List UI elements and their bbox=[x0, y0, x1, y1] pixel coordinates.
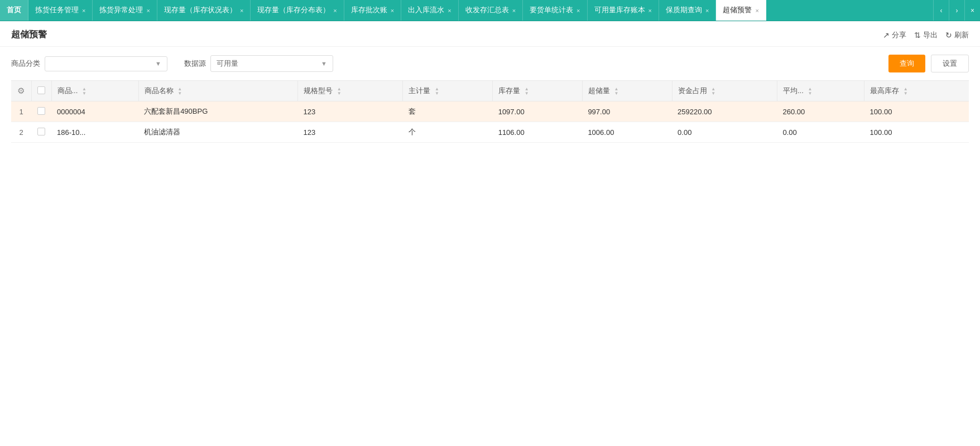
page-content: 超储预警 ↗ 分享 ⇅ 导出 ↻ 刷新 商品分类 ▼ 数据源 bbox=[0, 21, 980, 446]
data-source-value: 可用量 bbox=[217, 59, 238, 69]
sort-icon-inventory: ▲▼ bbox=[525, 87, 529, 96]
product-category-label: 商品分类 bbox=[11, 59, 40, 69]
data-source-select[interactable]: 可用量 ▼ bbox=[210, 55, 333, 72]
data-table: ⚙ 商品... ▲▼ 商品名称 ▲▼ 规格型号 ▲▼ bbox=[11, 80, 969, 143]
row-spec-0: 123 bbox=[298, 101, 403, 122]
col-header-product-code[interactable]: 商品... ▲▼ bbox=[51, 81, 138, 101]
settings-button[interactable]: 设置 bbox=[931, 55, 969, 72]
gear-icon[interactable]: ⚙ bbox=[17, 86, 25, 95]
sort-icon-capital: ▲▼ bbox=[711, 87, 715, 96]
refresh-label: 刷新 bbox=[954, 30, 969, 40]
nav-tab-exception-close[interactable]: × bbox=[146, 7, 150, 14]
nav-tab-inout-flow-label: 出入库流水 bbox=[408, 6, 444, 15]
nav-tab-shelf-life[interactable]: 保质期查询 × bbox=[659, 0, 716, 21]
nav-tab-inventory-dist-label: 现存量（库存分布表） bbox=[257, 6, 330, 15]
nav-tab-exception[interactable]: 拣货异常处理 × bbox=[93, 0, 157, 21]
row-num-0: 1 bbox=[11, 101, 31, 122]
nav-arrow-close[interactable]: × bbox=[964, 0, 980, 21]
row-checkbox-0[interactable] bbox=[31, 101, 51, 122]
sort-icon-product-code: ▲▼ bbox=[82, 87, 87, 96]
nav-tab-inventory-status-close[interactable]: × bbox=[240, 7, 243, 14]
data-source-chevron-icon: ▼ bbox=[321, 60, 327, 67]
sort-icon-unit: ▲▼ bbox=[435, 87, 439, 96]
row-average-0: 260.00 bbox=[777, 101, 864, 122]
sort-icon-average: ▲▼ bbox=[808, 87, 812, 96]
select-all-checkbox[interactable] bbox=[37, 86, 45, 94]
nav-tab-shelf-life-close[interactable]: × bbox=[705, 7, 709, 14]
product-category-filter: 商品分类 ▼ bbox=[11, 56, 167, 71]
product-category-chevron-icon: ▼ bbox=[155, 60, 161, 67]
row-unit-1: 个 bbox=[403, 122, 493, 143]
col-header-inventory[interactable]: 库存量 ▲▼ bbox=[493, 81, 583, 101]
nav-tab-overstock-warning-label: 超储预警 bbox=[723, 6, 752, 15]
sort-icon-spec: ▲▼ bbox=[337, 87, 342, 96]
nav-tab-inout-flow-close[interactable]: × bbox=[448, 7, 451, 14]
export-button[interactable]: ⇅ 导出 bbox=[914, 30, 938, 40]
row-product-name-0: 六配套新昌490BPG bbox=[138, 101, 297, 122]
row-capital-1: 0.00 bbox=[672, 122, 777, 143]
col-header-overstock[interactable]: 超储量 ▲▼ bbox=[582, 81, 672, 101]
table-header-row: ⚙ 商品... ▲▼ 商品名称 ▲▼ 规格型号 ▲▼ bbox=[11, 81, 969, 101]
nav-tab-recv-summary-close[interactable]: × bbox=[512, 7, 516, 14]
nav-tab-recv-summary-label: 收发存汇总表 bbox=[465, 6, 509, 15]
nav-tab-task-mgmt-close[interactable]: × bbox=[82, 7, 85, 14]
col-header-capital[interactable]: 资金占用 ▲▼ bbox=[672, 81, 777, 101]
nav-tab-batch-account-close[interactable]: × bbox=[391, 7, 394, 14]
row-inventory-1: 1106.00 bbox=[493, 122, 583, 143]
nav-tab-available-inv-close[interactable]: × bbox=[648, 7, 652, 14]
product-category-value bbox=[51, 60, 53, 68]
col-header-average[interactable]: 平均... ▲▼ bbox=[777, 81, 864, 101]
table-row: 2 186-10... 机油滤清器 123 个 1106.00 1006.00 … bbox=[11, 122, 969, 143]
nav-tab-recv-summary[interactable]: 收发存汇总表 × bbox=[459, 0, 523, 21]
row-checkbox-1[interactable] bbox=[31, 122, 51, 143]
col-header-product-name[interactable]: 商品名称 ▲▼ bbox=[138, 81, 297, 101]
sort-icon-product-name: ▲▼ bbox=[177, 87, 182, 96]
nav-arrow-left[interactable]: ‹ bbox=[933, 0, 949, 21]
nav-tab-batch-account[interactable]: 库存批次账 × bbox=[344, 0, 401, 21]
nav-tab-exception-label: 拣货异常处理 bbox=[99, 6, 143, 15]
row-capital-0: 259220.00 bbox=[672, 101, 777, 122]
data-table-container: ⚙ 商品... ▲▼ 商品名称 ▲▼ 规格型号 ▲▼ bbox=[0, 80, 980, 143]
sort-icon-overstock: ▲▼ bbox=[614, 87, 619, 96]
nav-tab-order-stats-close[interactable]: × bbox=[577, 7, 580, 14]
share-button[interactable]: ↗ 分享 bbox=[883, 30, 906, 40]
nav-arrow-group: ‹ › × bbox=[933, 0, 980, 21]
page-title: 超储预警 bbox=[11, 29, 47, 41]
table-row: 1 0000004 六配套新昌490BPG 123 套 1097.00 997.… bbox=[11, 101, 969, 122]
nav-tab-available-inv[interactable]: 可用量库存账本 × bbox=[588, 0, 659, 21]
row-inventory-0: 1097.00 bbox=[493, 101, 583, 122]
nav-tab-overstock-warning-close[interactable]: × bbox=[755, 7, 758, 14]
nav-tab-inventory-dist[interactable]: 现存量（库存分布表） × bbox=[251, 0, 344, 21]
row-overstock-0: 997.00 bbox=[582, 101, 672, 122]
nav-tab-order-stats[interactable]: 要货单统计表 × bbox=[523, 0, 587, 21]
sort-icon-max-inventory: ▲▼ bbox=[904, 87, 908, 96]
row-num-1: 2 bbox=[11, 122, 31, 143]
product-category-select[interactable]: ▼ bbox=[45, 56, 167, 71]
query-button[interactable]: 查询 bbox=[888, 55, 925, 72]
refresh-button[interactable]: ↻ 刷新 bbox=[945, 30, 969, 40]
nav-tab-inventory-dist-close[interactable]: × bbox=[333, 7, 337, 14]
filter-bar: 商品分类 ▼ 数据源 可用量 ▼ 查询 设置 bbox=[0, 47, 980, 80]
row-select-checkbox-0[interactable] bbox=[37, 107, 45, 115]
data-source-filter: 数据源 可用量 ▼ bbox=[184, 55, 333, 72]
row-overstock-1: 1006.00 bbox=[582, 122, 672, 143]
nav-tab-home[interactable]: 首页 bbox=[0, 0, 28, 21]
nav-tab-inventory-status-label: 现存量（库存状况表） bbox=[164, 6, 237, 15]
export-label: 导出 bbox=[923, 30, 938, 40]
nav-tab-task-mgmt[interactable]: 拣货任务管理 × bbox=[28, 0, 93, 21]
nav-tab-inout-flow[interactable]: 出入库流水 × bbox=[401, 0, 458, 21]
row-product-code-0: 0000004 bbox=[51, 101, 138, 122]
nav-tab-overstock-warning[interactable]: 超储预警 × bbox=[716, 0, 766, 21]
filter-actions: 查询 设置 bbox=[888, 55, 969, 72]
row-select-checkbox-1[interactable] bbox=[37, 128, 45, 135]
nav-tab-inventory-status[interactable]: 现存量（库存状况表） × bbox=[157, 0, 251, 21]
nav-tab-batch-account-label: 库存批次账 bbox=[351, 6, 387, 15]
row-spec-1: 123 bbox=[298, 122, 403, 143]
col-header-unit[interactable]: 主计量 ▲▼ bbox=[403, 81, 493, 101]
row-unit-0: 套 bbox=[403, 101, 493, 122]
col-header-max-inventory[interactable]: 最高库存 ▲▼ bbox=[864, 81, 969, 101]
row-max-inventory-1: 100.00 bbox=[864, 122, 969, 143]
nav-arrow-right[interactable]: › bbox=[949, 0, 964, 21]
col-header-spec[interactable]: 规格型号 ▲▼ bbox=[298, 81, 403, 101]
col-header-checkbox bbox=[31, 81, 51, 101]
